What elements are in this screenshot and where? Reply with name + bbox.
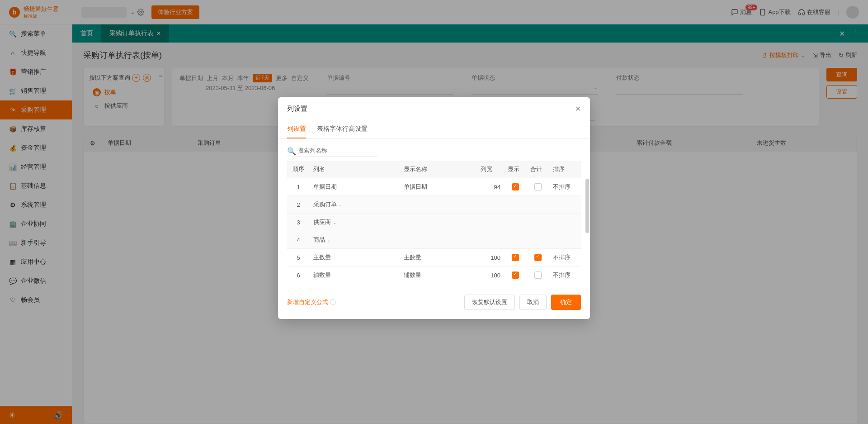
scrollbar-thumb[interactable]	[585, 179, 589, 233]
restore-defaults-button[interactable]: 恢复默认设置	[464, 295, 515, 310]
column-row[interactable]: 5 主数量 主数量 100 不排序	[287, 249, 581, 267]
col-display[interactable]: 包装数量	[400, 284, 477, 288]
col-name: 包装数量	[310, 284, 400, 288]
col-order: 3	[287, 214, 310, 231]
col-display[interactable]: 单据日期	[400, 178, 477, 196]
col-th-name: 列名	[310, 161, 400, 178]
col-show-cell	[504, 267, 527, 284]
col-total-cell	[527, 249, 549, 267]
col-total-cell	[527, 196, 549, 214]
col-sort-value[interactable]	[549, 214, 581, 231]
col-show-cell	[504, 249, 527, 267]
col-display[interactable]	[400, 214, 477, 231]
col-th-display: 显示名称	[400, 161, 477, 178]
chevron-down-icon[interactable]: ⌄	[327, 238, 330, 243]
confirm-button[interactable]: 确定	[551, 295, 581, 310]
chevron-down-icon[interactable]: ⌄	[339, 202, 342, 207]
modal-header: 列设置 ✕	[278, 97, 590, 120]
col-width-value[interactable]	[477, 196, 504, 214]
modal-footer: 新增自定义公式 ⓘ 恢复默认设置 取消 确定	[278, 287, 590, 319]
column-table: 顺序 列名 显示名称 列宽 显示 合计 排序 1 单据日期 单据日期 94 不排…	[287, 161, 581, 287]
col-width-value[interactable]: 100	[477, 267, 504, 284]
checkbox[interactable]	[534, 183, 542, 191]
col-name: 主数量	[310, 249, 400, 267]
col-name: 商品⌄	[310, 231, 400, 249]
col-width-value[interactable]: 94	[477, 178, 504, 196]
col-order: 7	[287, 284, 310, 288]
column-row[interactable]: 7 包装数量 包装数量 100 不排序	[287, 284, 581, 288]
col-show-cell	[504, 231, 527, 249]
col-order: 4	[287, 231, 310, 249]
col-th-order: 顺序	[287, 161, 310, 178]
col-width-value[interactable]: 100	[477, 284, 504, 288]
checkbox[interactable]	[534, 254, 542, 261]
search-icon: 🔍	[287, 147, 296, 156]
col-order: 6	[287, 267, 310, 284]
column-table-header-row: 顺序 列名 显示名称 列宽 显示 合计 排序	[287, 161, 581, 178]
col-display[interactable]: 主数量	[400, 249, 477, 267]
checkbox[interactable]	[512, 272, 519, 279]
col-sort-value[interactable]	[549, 231, 581, 249]
col-display[interactable]	[400, 231, 477, 249]
info-icon: ⓘ	[330, 298, 336, 306]
col-sort-value[interactable]: 不排序	[549, 284, 581, 288]
checkbox[interactable]	[534, 272, 542, 279]
col-sort-value[interactable]: 不排序	[549, 178, 581, 196]
column-row[interactable]: 4 商品⌄	[287, 231, 581, 249]
col-th-width: 列宽	[477, 161, 504, 178]
column-row[interactable]: 1 单据日期 单据日期 94 不排序	[287, 178, 581, 196]
col-width-value[interactable]: 100	[477, 249, 504, 267]
modal-title: 列设置	[287, 105, 307, 113]
column-table-wrap: 顺序 列名 显示名称 列宽 显示 合计 排序 1 单据日期 单据日期 94 不排…	[278, 161, 590, 287]
col-sort-value[interactable]: 不排序	[549, 267, 581, 284]
col-show-cell	[504, 196, 527, 214]
col-total-cell	[527, 284, 549, 288]
modal-tab-columns[interactable]: 列设置	[287, 120, 306, 138]
col-width-value[interactable]	[477, 231, 504, 249]
col-show-cell	[504, 284, 527, 288]
col-display[interactable]	[400, 196, 477, 214]
checkbox[interactable]	[512, 183, 519, 191]
col-show-cell	[504, 214, 527, 231]
col-order: 2	[287, 196, 310, 214]
add-formula-label: 新增自定义公式	[287, 298, 328, 306]
column-settings-modal: 列设置 ✕ 列设置 表格字体行高设置 🔍 顺序 列名 显示名称 列宽 显示 合计…	[278, 97, 590, 319]
col-name: 单据日期	[310, 178, 400, 196]
column-row[interactable]: 6 辅数量 辅数量 100 不排序	[287, 267, 581, 284]
chevron-down-icon[interactable]: ⌄	[333, 220, 336, 225]
col-display[interactable]: 辅数量	[400, 267, 477, 284]
col-th-total: 合计	[527, 161, 549, 178]
col-total-cell	[527, 214, 549, 231]
column-row[interactable]: 2 采购订单⌄	[287, 196, 581, 214]
modal-tabs: 列设置 表格字体行高设置	[278, 120, 590, 139]
column-row[interactable]: 3 供应商⌄	[287, 214, 581, 231]
col-total-cell	[527, 267, 549, 284]
col-sort-value[interactable]	[549, 196, 581, 214]
checkbox[interactable]	[512, 254, 519, 261]
modal-search-area: 🔍	[278, 139, 590, 161]
col-order: 5	[287, 249, 310, 267]
cancel-button[interactable]: 取消	[519, 295, 547, 310]
col-th-show: 显示	[504, 161, 527, 178]
modal-tab-font[interactable]: 表格字体行高设置	[317, 120, 368, 138]
col-total-cell	[527, 178, 549, 196]
add-formula-link[interactable]: 新增自定义公式 ⓘ	[287, 298, 336, 306]
col-name: 供应商⌄	[310, 214, 400, 231]
col-name: 辅数量	[310, 267, 400, 284]
modal-close-button[interactable]: ✕	[575, 105, 581, 113]
col-order: 1	[287, 178, 310, 196]
col-total-cell	[527, 231, 549, 249]
column-search-input[interactable]	[287, 144, 377, 157]
col-name: 采购订单⌄	[310, 196, 400, 214]
col-th-sort: 排序	[549, 161, 581, 178]
col-sort-value[interactable]: 不排序	[549, 249, 581, 267]
col-width-value[interactable]	[477, 214, 504, 231]
col-show-cell	[504, 178, 527, 196]
